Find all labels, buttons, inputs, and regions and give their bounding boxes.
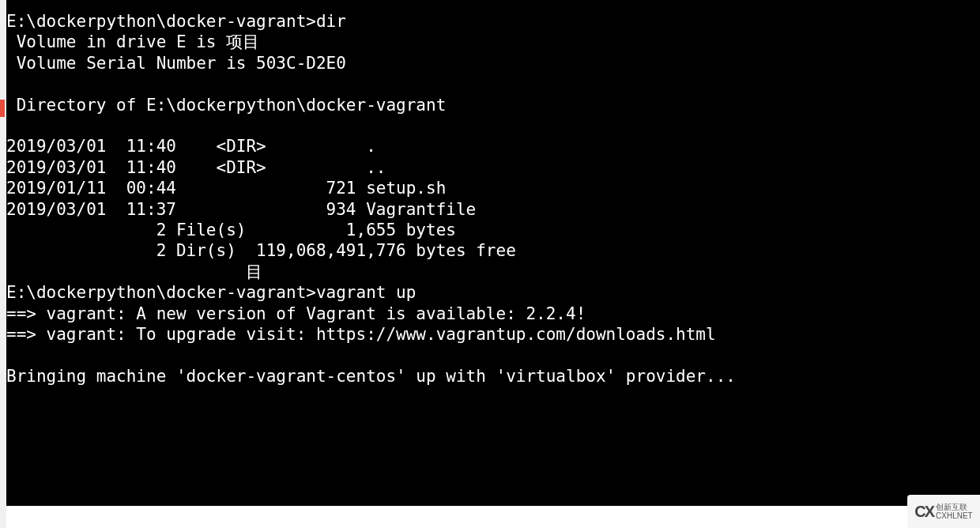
terminal-line: 2019/01/11 00:44 721 setup.sh [6, 179, 446, 198]
terminal-line: ==> vagrant: To upgrade visit: https://w… [6, 325, 716, 344]
terminal-line: E:\dockerpython\docker-vagrant>dir [6, 12, 346, 31]
terminal-window[interactable]: E:\dockerpython\docker-vagrant>dir Volum… [6, 0, 980, 506]
watermark-text-line1: 创新互联 [936, 503, 973, 511]
scroll-indicator [0, 100, 5, 117]
watermark-logo-icon: CX [914, 503, 933, 521]
bottom-margin [6, 506, 980, 528]
terminal-line: ==> vagrant: A new version of Vagrant is… [6, 304, 586, 323]
terminal-line: Volume in drive E is 项目 [6, 32, 259, 51]
terminal-line: 2019/03/01 11:40 <DIR> .. [6, 158, 386, 177]
terminal-line: 2019/03/01 11:40 <DIR> . [6, 137, 376, 156]
terminal-line: Bringing machine 'docker-vagrant-centos'… [6, 367, 736, 386]
terminal-line: 2 File(s) 1,655 bytes [6, 221, 456, 239]
terminal-line: E:\dockerpython\docker-vagrant>vagrant u… [6, 283, 416, 302]
left-scrollbar-edge [0, 0, 6, 528]
watermark-badge: CX 创新互联 CXHLNET [907, 495, 980, 528]
terminal-line: 2 Dir(s) 119,068,491,776 bytes free [6, 241, 516, 260]
terminal-line: 2019/03/01 11:37 934 Vagrantfile [6, 200, 476, 219]
terminal-line: Directory of E:\dockerpython\docker-vagr… [6, 96, 446, 115]
terminal-line: 目 [6, 262, 262, 281]
watermark-text-line2: CXHLNET [936, 511, 973, 520]
terminal-line: Volume Serial Number is 503C-D2E0 [6, 54, 346, 73]
